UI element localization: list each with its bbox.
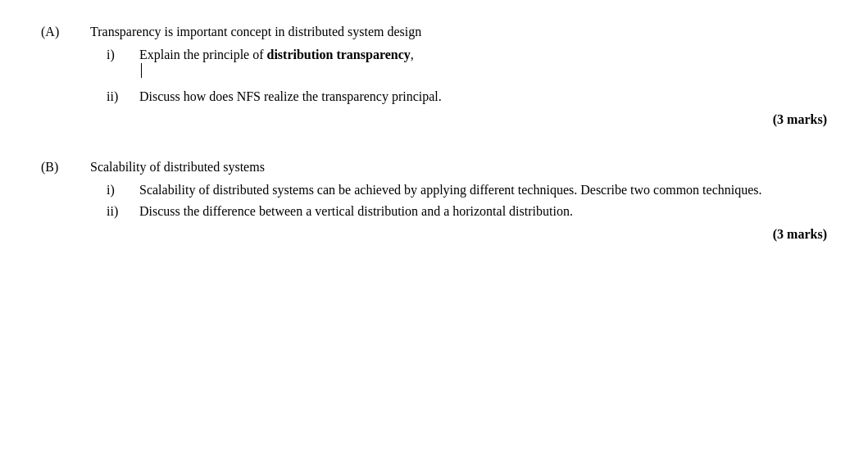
- section-a-subitems: i) Explain the principle of distribution…: [107, 48, 827, 104]
- section-b-header: (B) Scalability of distributed systems: [41, 160, 827, 175]
- section-b-subitem-i-label: i): [107, 183, 139, 198]
- section-a-marks: (3 marks): [41, 112, 827, 127]
- section-a-subitem-i: i) Explain the principle of distribution…: [107, 48, 827, 78]
- section-a: (A) Transparency is important concept in…: [41, 25, 827, 127]
- section-b-text: Scalability of distributed systems: [90, 160, 827, 175]
- section-b-subitem-ii-text: Discuss the difference between a vertica…: [139, 204, 827, 219]
- section-a-subitem-i-text: Explain the principle of distribution tr…: [139, 48, 827, 78]
- section-b-subitem-ii: ii) Discuss the difference between a ver…: [107, 204, 827, 219]
- section-a-header: (A) Transparency is important concept in…: [41, 25, 827, 39]
- section-a-subitem-ii: ii) Discuss how does NFS realize the tra…: [107, 89, 827, 104]
- section-divider: [41, 143, 827, 160]
- section-b-subitem-i: i) Scalability of distributed systems ca…: [107, 183, 827, 198]
- section-b-subitems: i) Scalability of distributed systems ca…: [107, 183, 827, 219]
- section-a-subitem-i-label: i): [107, 48, 139, 62]
- section-a-text: Transparency is important concept in dis…: [90, 25, 827, 39]
- section-b-label: (B): [41, 160, 90, 175]
- section-b-subitem-i-text: Scalability of distributed systems can b…: [139, 183, 827, 198]
- section-a-subitem-ii-label: ii): [107, 89, 139, 104]
- section-b-subitem-ii-label: ii): [107, 204, 139, 219]
- section-a-label: (A): [41, 25, 90, 39]
- section-b-marks: (3 marks): [41, 227, 827, 242]
- bold-distribution-transparency: distribution transparency: [267, 48, 411, 61]
- section-a-subitem-ii-text: Discuss how does NFS realize the transpa…: [139, 89, 827, 104]
- section-b: (B) Scalability of distributed systems i…: [41, 160, 827, 242]
- text-cursor: [141, 63, 142, 78]
